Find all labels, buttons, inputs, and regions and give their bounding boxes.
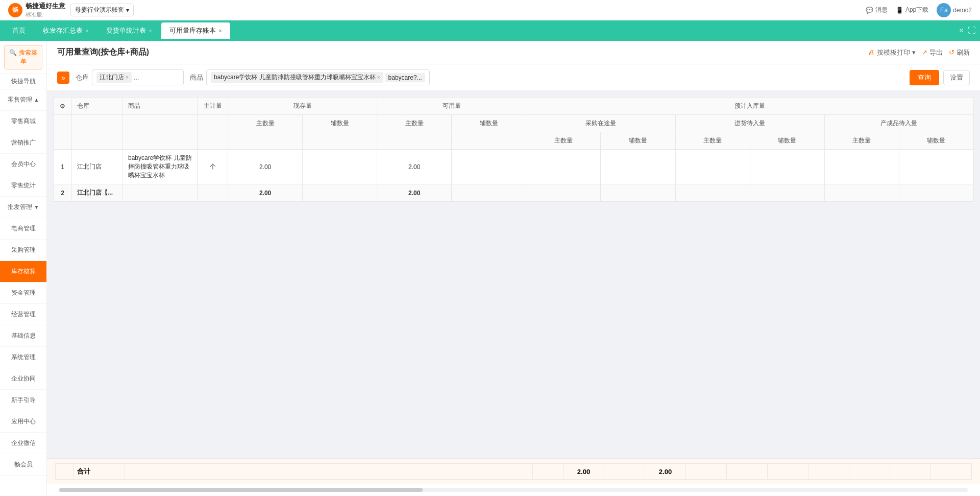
nav-tabs: 首页 收发存汇总表 × 要货单统计表 × 可用量库存账本 × × ⛶ (0, 20, 980, 41)
th-warehouse-3 (72, 132, 123, 150)
row2-purchase-main (526, 184, 601, 202)
print-btn[interactable]: 🖨 按模板打印 ▾ (868, 48, 916, 57)
query-btn[interactable]: 查询 (910, 70, 939, 85)
footer-current-main: 2.00 (564, 464, 604, 480)
refresh-btn[interactable]: ↺ 刷新 (949, 48, 970, 57)
row1-goods-main (675, 150, 750, 184)
avatar: Ea (937, 3, 951, 17)
th-unit-2 (198, 115, 228, 132)
sidebar-item-marketing[interactable]: 营销推广 (0, 132, 46, 154)
product-filter-group: 商品 babycare学饮杯 儿童防摔防撞吸管杯重力球吸嘴杯宝宝水杯 × bab… (190, 69, 430, 85)
row2-goods-main (675, 184, 750, 202)
tab-order-summary[interactable]: 要货单统计表 × (98, 22, 160, 39)
warehouse-input[interactable]: 江北门店 × ... (92, 69, 184, 85)
sidebar-item-newbie[interactable]: 新手引导 (0, 390, 46, 411)
row1-product: babycare学饮杯 儿童防摔防撞吸管杯重力球吸嘴杯宝宝水杯 (123, 150, 198, 184)
sidebar-item-retail-stats[interactable]: 零售统计 (0, 175, 46, 197)
chevron-down-icon: ▼ (34, 204, 39, 210)
scrollbar-track[interactable] (59, 488, 968, 492)
row1-unit: 个 (198, 150, 228, 184)
brand-name: 畅捷通好生意 (26, 2, 65, 11)
warehouse-dots[interactable]: ... (134, 74, 139, 81)
close-all-tabs-btn[interactable]: × (959, 26, 964, 35)
footer-p5 (890, 464, 931, 480)
footer-current-aux (604, 464, 645, 480)
tab-available-stock[interactable]: 可用量库存账本 × (161, 22, 230, 39)
main-layout: 🔍 搜索菜单 快捷导航 零售管理 ▲ 零售商城 营销推广 会员中心 零售统计 批… (0, 41, 980, 496)
th-goods-main: 主数量 (675, 132, 750, 150)
export-icon: ↗ (922, 49, 927, 56)
th-goods-in-group: 进货待入量 (675, 115, 824, 132)
sidebar-item-member[interactable]: 畅会员 (0, 454, 46, 476)
remove-product-tag-1[interactable]: × (377, 75, 380, 80)
footer-unit (533, 464, 564, 480)
row1-product-main (824, 150, 899, 184)
quick-nav-btn[interactable]: 快捷导航 (0, 74, 46, 89)
sidebar-item-stock-check[interactable]: 库存核算 (0, 261, 46, 282)
user-menu[interactable]: Ea demo2 (937, 3, 972, 17)
table-container: ⚙ 仓库 商品 主计量 现存量 可用量 预计入库量 主数量 (47, 91, 980, 458)
th-unit-3 (198, 132, 228, 150)
sidebar-search: 🔍 搜索菜单 (0, 41, 46, 74)
chevron-down-icon: ▾ (912, 49, 916, 56)
footer-product (125, 464, 533, 480)
row1-avail-main: 2.00 (377, 150, 452, 184)
app-download-btn[interactable]: 📱 App下载 (896, 6, 928, 14)
row1-product-aux (899, 150, 973, 184)
th-product: 商品 (123, 98, 198, 115)
filter-bar: » 仓库 江北门店 × ... 商品 babycare学饮杯 儿童防摔防撞吸管杯… (47, 64, 980, 91)
close-tab-2[interactable]: × (149, 28, 152, 34)
nav-tabs-right: × ⛶ (959, 26, 976, 35)
warehouse-label: 仓库 (76, 73, 89, 82)
sidebar-item-ecommerce[interactable]: 电商管理 (0, 218, 46, 240)
sidebar-item-system[interactable]: 系统管理 (0, 347, 46, 368)
gear-header[interactable]: ⚙ (54, 98, 72, 115)
data-table: ⚙ 仓库 商品 主计量 现存量 可用量 预计入库量 主数量 (53, 97, 974, 202)
th-current-main-3 (228, 132, 303, 150)
product-input[interactable]: babycare学饮杯 儿童防摔防撞吸管杯重力球吸嘴杯宝宝水杯 × babyca… (206, 69, 430, 85)
tab-home[interactable]: 首页 (4, 22, 34, 39)
sidebar-item-app-center[interactable]: 应用中心 (0, 411, 46, 433)
industry-select[interactable]: 母婴行业演示账套 ▾ (70, 4, 134, 16)
footer-p1 (727, 464, 768, 480)
row2-avail-aux (452, 184, 526, 202)
close-tab-1[interactable]: × (86, 28, 89, 34)
sidebar-item-basic-info[interactable]: 基础信息 (0, 325, 46, 347)
th-purchase-in-group: 采购在途量 (526, 115, 675, 132)
tab-receivable-summary[interactable]: 收发存汇总表 × (35, 22, 97, 39)
row2-warehouse: 江北门店【... (72, 184, 123, 202)
top-bar: 畅 畅捷通好生意 标准版 母婴行业演示账套 ▾ 💬 消息 📱 App下载 Ea … (0, 0, 980, 20)
sidebar-item-enterprise[interactable]: 企业协同 (0, 368, 46, 390)
scrollbar-thumb[interactable] (59, 488, 423, 492)
sidebar-item-purchase[interactable]: 采购管理 (0, 240, 46, 261)
export-btn[interactable]: ↗ 导出 (922, 48, 943, 57)
page-header: 可用量查询(按仓库+商品) 🖨 按模板打印 ▾ ↗ 导出 ↺ 刷新 (47, 41, 980, 64)
message-btn[interactable]: 💬 消息 (866, 6, 888, 14)
warehouse-filter-group: 仓库 江北门店 × ... (76, 69, 184, 85)
row2-no: 2 (54, 184, 72, 202)
sidebar-item-operations[interactable]: 经营管理 (0, 304, 46, 325)
th-unit: 主计量 (198, 98, 228, 115)
remove-warehouse-tag[interactable]: × (126, 75, 129, 80)
message-icon: 💬 (866, 7, 873, 14)
th-avail-main: 主数量 (377, 115, 452, 132)
settings-btn[interactable]: 设置 (943, 70, 970, 85)
sidebar-item-retail-mgmt[interactable]: 零售管理 ▲ (0, 89, 46, 111)
expand-filter-btn[interactable]: » (57, 72, 69, 84)
product-tag-2: babycare?... (385, 73, 425, 82)
close-tab-3[interactable]: × (219, 28, 222, 34)
sidebar-item-member-center[interactable]: 会员中心 (0, 154, 46, 175)
sidebar-item-wechat[interactable]: 企业微信 (0, 433, 46, 454)
sidebar-item-finance[interactable]: 资金管理 (0, 282, 46, 304)
fullscreen-btn[interactable]: ⛶ (968, 26, 976, 35)
row1-purchase-aux (601, 150, 675, 184)
product-tag-1: babycare学饮杯 儿童防摔防撞吸管杯重力球吸嘴杯宝宝水杯 × (211, 72, 383, 83)
row2-current-main: 2.00 (228, 184, 303, 202)
sidebar-item-retail-mall[interactable]: 零售商城 (0, 111, 46, 132)
search-menu-btn[interactable]: 🔍 搜索菜单 (4, 45, 42, 69)
sidebar-item-wholesale-mgmt[interactable]: 批发管理 ▼ (0, 197, 46, 218)
th-current-stock-group: 现存量 (228, 98, 377, 115)
footer-avail-main: 2.00 (645, 464, 686, 480)
footer-table: 合计 2.00 2.00 (55, 463, 972, 480)
brand-logo: 畅 畅捷通好生意 标准版 (8, 2, 65, 18)
